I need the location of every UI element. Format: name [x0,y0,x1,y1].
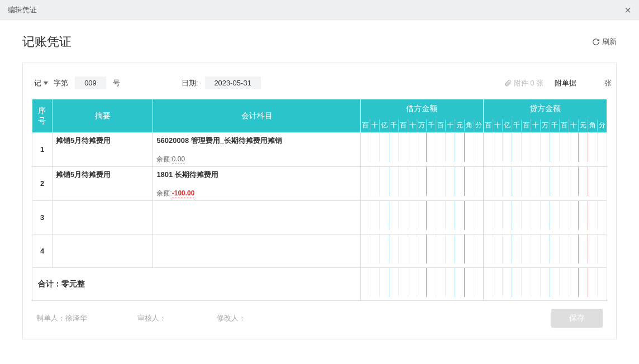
table-row[interactable]: 3 [32,200,607,234]
account-cell[interactable] [153,234,360,267]
credit-cell[interactable] [484,234,607,267]
date-input[interactable]: 2023-05-31 [205,76,261,89]
total-debit [360,267,484,300]
debit-digit-header: 百十亿千百十万千百十元角分 [360,118,484,133]
row-index: 4 [32,234,53,267]
attachment-slip-input[interactable] [579,79,604,88]
account-cell[interactable] [153,200,360,234]
summary-cell[interactable] [53,200,153,234]
close-icon[interactable]: × [624,4,631,16]
debit-cell[interactable] [360,234,484,267]
attachment-file-link[interactable]: 附件 0 张 [504,78,543,88]
auditor-field: 审核人： [137,313,166,323]
paperclip-icon [504,79,512,87]
col-credit: 贷方金额 [484,99,607,118]
col-debit: 借方金额 [360,99,484,118]
modifier-field: 修改人： [217,313,246,323]
summary-cell[interactable] [53,234,153,267]
account-cell[interactable]: 56020008 管理费用_长期待摊费用摊销余额:0.00 [153,133,360,167]
table-row[interactable]: 4 [32,234,607,267]
page-title: 记账凭证 [22,33,71,50]
attachment-file-label: 附件 0 张 [514,78,543,88]
debit-cell[interactable] [360,133,484,167]
total-label: 合计：零元整 [38,279,85,288]
refresh-icon [592,38,600,46]
col-account: 会计科目 [153,99,360,133]
chevron-down-icon [44,82,48,85]
table-row[interactable]: 1摊销5月待摊费用56020008 管理费用_长期待摊费用摊销余额:0.00 [32,133,607,167]
summary-cell[interactable]: 摊销5月待摊费用 [53,133,153,167]
total-credit [484,267,607,300]
voucher-type-label: 记 [34,78,41,88]
debit-cell[interactable] [360,166,484,200]
credit-digit-header: 百十亿千百十万千百十元角分 [484,118,607,133]
voucher-table: 序号 摘要 会计科目 借方金额 贷方金额 百十亿千百十万千百十元角分 百十亿千百… [32,99,607,301]
table-row[interactable]: 2摊销5月待摊费用1801 长期待摊费用余额:-100.00 [32,166,607,200]
voucher-suffix: 号 [113,78,120,88]
credit-cell[interactable] [484,200,607,234]
credit-cell[interactable] [484,133,607,167]
credit-cell[interactable] [484,166,607,200]
col-idx: 序号 [32,99,53,133]
refresh-label: 刷新 [602,37,617,47]
summary-cell[interactable]: 摊销5月待摊费用 [53,166,153,200]
account-cell[interactable]: 1801 长期待摊费用余额:-100.00 [153,166,360,200]
attachment-slip-label: 附单据 [555,78,576,88]
voucher-number-input[interactable]: 009 [75,76,106,89]
col-summary: 摘要 [53,99,153,133]
voucher-card: 记 字第 009 号 日期: 2023-05-31 附件 0 张 附单据 [22,63,617,339]
attachment-unit: 张 [604,78,612,88]
modal-header: 编辑凭证 × [0,0,639,20]
debit-cell[interactable] [360,200,484,234]
save-button[interactable]: 保存 [551,309,603,328]
date-label: 日期: [182,78,198,88]
row-index: 1 [32,133,53,167]
row-index: 3 [32,200,53,234]
refresh-button[interactable]: 刷新 [592,37,617,47]
voucher-prefix: 字第 [54,78,68,88]
voucher-type-select[interactable]: 记 [32,78,50,88]
row-index: 2 [32,166,53,200]
modal-title: 编辑凭证 [8,5,37,15]
maker-field: 制单人：徐泽华 [36,313,87,323]
